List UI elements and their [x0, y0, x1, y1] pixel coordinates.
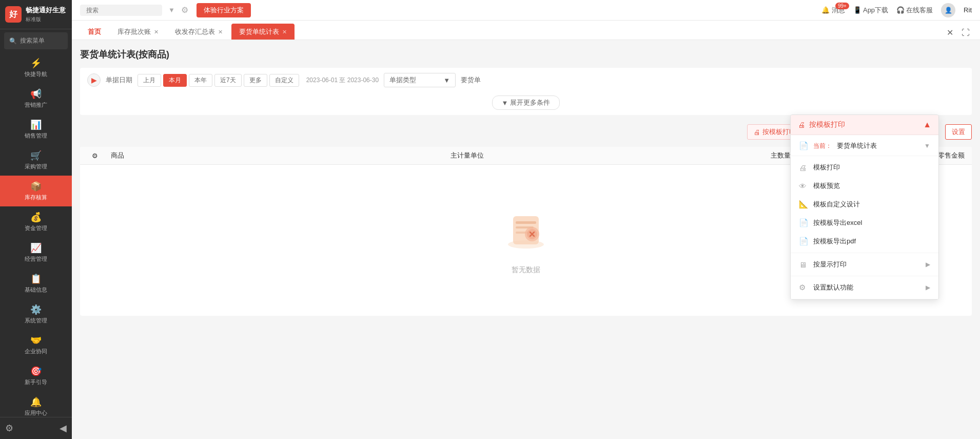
settings-button[interactable]: 设置 [945, 124, 972, 140]
order-type-select[interactable]: 单据类型 ▼ [384, 73, 456, 87]
guide-icon: 🎯 [30, 366, 42, 377]
sidebar-label-collab: 企业协同 [25, 348, 47, 355]
display-print-label: 按显示打印 [813, 260, 847, 269]
export-pdf-label: 按模板导出pdf [813, 237, 856, 246]
date-btn-custom[interactable]: 自定义 [269, 74, 299, 87]
sidebar-item-purchase[interactable]: 🛒 采购管理 [0, 145, 72, 176]
order-goods-label: 要货单 [461, 75, 481, 85]
app-download-link[interactable]: 📱 App下载 [853, 6, 888, 15]
sidebar-item-quick-nav[interactable]: ⚡ 快捷导航 [0, 52, 72, 83]
dropdown-item-template-print[interactable]: 🖨 模板打印 [791, 158, 938, 177]
sidebar-item-system[interactable]: ⚙️ 系统管理 [0, 299, 72, 330]
dropdown-item-export-excel[interactable]: 📄 按模板导出excel [791, 214, 938, 232]
system-icon: ⚙️ [30, 304, 42, 315]
notify-badge: 99+ [835, 3, 849, 9]
sidebar-search[interactable]: 🔍 搜索菜单 [4, 32, 68, 49]
sidebar-item-sales[interactable]: 📊 销售管理 [0, 114, 72, 145]
quick-nav-icon: ⚡ [30, 58, 42, 69]
dropdown-item-export-pdf[interactable]: 📄 按模板导出pdf [791, 232, 938, 251]
tab-receivable-summary-label: 收发存汇总表 [175, 27, 215, 36]
tab-maximize-button[interactable]: ⛶ [959, 26, 972, 40]
sidebar-item-base[interactable]: 📋 基础信息 [0, 268, 72, 299]
sidebar-item-appstore[interactable]: 🔔 应用中心 [0, 391, 72, 417]
tab-inventory-batch-close[interactable]: ✕ [154, 29, 159, 35]
filter-expand-icon[interactable]: ▶ [87, 73, 101, 87]
tab-home[interactable]: 首页 [80, 24, 109, 40]
date-btn-more[interactable]: 更多 [244, 74, 267, 87]
app-version: 标准版 [26, 16, 66, 23]
expand-more-button[interactable]: ▼ 展开更多条件 [492, 96, 560, 110]
dropdown-item-display-print[interactable]: 🖥 按显示打印 ▶ [791, 255, 938, 274]
sidebar: 好 畅捷通好生意 标准版 🔍 搜索菜单 ⚡ 快捷导航 📢 营销推广 📊 销售管理… [0, 0, 72, 439]
notification-button[interactable]: 🔔 消息 99+ [821, 6, 845, 15]
marketing-icon: 📢 [30, 88, 42, 100]
tab-order-stats-close[interactable]: ✕ [282, 29, 287, 35]
display-print-arrow: ▶ [926, 261, 930, 268]
dropdown-header: 🖨 按模板打印 ▲ [791, 115, 938, 135]
dropdown-current-template[interactable]: 📄 当前： 要货单统计表 ▼ [791, 137, 938, 154]
dropdown-items-section: 🖨 模板打印 👁 模板预览 📐 模板自定义设计 📄 按模板导出excel 📄 [791, 156, 938, 253]
current-template-arrow[interactable]: ▼ [924, 142, 930, 149]
default-func-label: 设置默认功能 [813, 283, 853, 292]
dropdown-collapse-arrow[interactable]: ▲ [923, 120, 931, 129]
template-preview-label: 模板预览 [813, 181, 840, 190]
header-settings-icon[interactable]: ⚙ [181, 5, 188, 15]
date-btn-prev-month[interactable]: 上月 [138, 74, 161, 87]
tab-close-all-button[interactable]: ✕ [945, 26, 955, 40]
app-brand-name: 畅捷通好生意 [26, 6, 66, 15]
sidebar-label-appstore: 应用中心 [25, 409, 47, 417]
user-avatar[interactable]: 👤 [941, 3, 955, 17]
username-label: Rit [964, 6, 972, 14]
empty-state-text: 暂无数据 [512, 265, 540, 275]
sidebar-label-sales: 销售管理 [25, 132, 47, 140]
sidebar-item-inventory[interactable]: 📦 库存核算 [0, 176, 72, 206]
online-service-link[interactable]: 🎧 在线客服 [896, 6, 933, 15]
tab-receivable-summary-close[interactable]: ✕ [218, 29, 223, 35]
sidebar-item-finance[interactable]: 💰 资金管理 [0, 206, 72, 237]
date-btn-current-year[interactable]: 本年 [189, 74, 212, 87]
current-template-label: 要货单统计表 [837, 141, 919, 150]
tab-inventory-batch[interactable]: 库存批次账 ✕ [110, 24, 166, 40]
date-btn-7days[interactable]: 近7天 [214, 74, 242, 87]
sidebar-item-operations[interactable]: 📈 经营管理 [0, 237, 72, 268]
sidebar-label-purchase: 采购管理 [25, 163, 47, 170]
dropdown-item-template-preview[interactable]: 👁 模板预览 [791, 177, 938, 195]
empty-state-illustration [500, 206, 552, 257]
display-print-icon: 🖥 [799, 260, 808, 269]
dropdown-item-template-custom[interactable]: 📐 模板自定义设计 [791, 195, 938, 214]
footer-settings-icon[interactable]: ⚙ [5, 423, 13, 434]
dropdown-item-default-func[interactable]: ⚙ 设置默认功能 ▶ [791, 278, 938, 297]
print-dropdown-icon: 🖨 [798, 121, 805, 129]
tab-receivable-summary[interactable]: 收发存汇总表 ✕ [167, 24, 230, 40]
appstore-icon: 🔔 [30, 396, 42, 408]
order-type-dropdown-icon: ▼ [443, 77, 450, 84]
app-logo-icon: 好 [5, 6, 22, 23]
print-dropdown-menu: 🖨 按模板打印 ▲ 📄 当前： 要货单统计表 ▼ 🖨 模板打印 [790, 114, 939, 300]
industry-solution-button[interactable]: 体验行业方案 [197, 3, 251, 17]
footer-collapse-icon[interactable]: ◀ [60, 423, 67, 434]
download-icon: 📱 [853, 6, 861, 14]
page-content: 要货单统计表(按商品) ▶ 单据日期 上月 本月 本年 近7天 更多 自定义 2… [72, 40, 980, 439]
expand-icon: ▼ [502, 99, 508, 107]
filter-bar: ▶ 单据日期 上月 本月 本年 近7天 更多 自定义 2023-06-01 至 … [80, 68, 972, 115]
finance-icon: 💰 [30, 212, 42, 223]
sidebar-label-operations: 经营管理 [25, 255, 47, 263]
sidebar-item-guide[interactable]: 🎯 新手引导 [0, 360, 72, 391]
header-search-input[interactable] [80, 5, 162, 16]
print-icon: 🖨 [754, 128, 760, 136]
sidebar-label-marketing: 营销推广 [25, 101, 47, 109]
sidebar-item-collab[interactable]: 🤝 企业协同 [0, 330, 72, 360]
sidebar-nav: ⚡ 快捷导航 📢 营销推广 📊 销售管理 🛒 采购管理 📦 库存核算 💰 资金管… [0, 52, 72, 417]
tab-order-stats[interactable]: 要货单统计表 ✕ [231, 24, 295, 40]
header-dropdown-icon[interactable]: ▼ [168, 6, 175, 14]
sidebar-label-quick-nav: 快捷导航 [25, 70, 47, 78]
search-label: 搜索菜单 [20, 36, 45, 45]
tab-inventory-batch-label: 库存批次账 [117, 27, 151, 36]
tab-order-stats-label: 要货单统计表 [239, 27, 279, 36]
sidebar-item-marketing[interactable]: 📢 营销推广 [0, 83, 72, 114]
date-range-display: 2023-06-01 至 2023-06-30 [306, 76, 379, 85]
col-header-settings[interactable]: ⚙ [87, 152, 103, 160]
date-btn-current-month[interactable]: 本月 [163, 74, 187, 87]
top-header: ▼ ⚙ 体验行业方案 🔔 消息 99+ 📱 App下载 🎧 在线客服 👤 Rit [72, 0, 980, 21]
template-preview-icon: 👁 [799, 182, 808, 190]
